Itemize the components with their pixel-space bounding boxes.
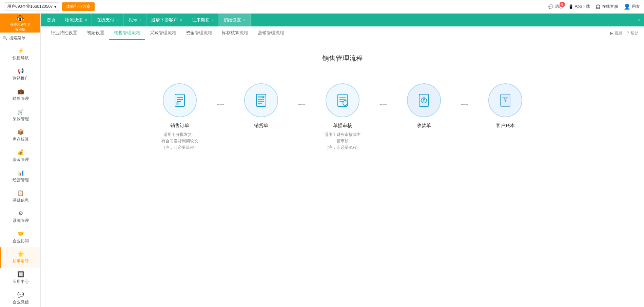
ledger-icon: ¥ — [498, 93, 513, 108]
message-action[interactable]: 💬 消息 6 — [548, 4, 563, 9]
nav-close-all[interactable]: × — [635, 18, 644, 22]
video-icon: ▶ — [610, 31, 613, 36]
sales-order-name: 销售订单 — [170, 123, 189, 129]
flow-arrow-2: --→ — [292, 100, 312, 108]
nav-tab-logistics[interactable]: 物流快递 × — [60, 14, 92, 26]
sub-tabs: 行业特性设置 初始设置 销售管理流程 采购管理流程 资金管理流程 库存核算流程 … — [41, 26, 644, 40]
flow-circle-sales-order — [163, 83, 197, 117]
online-service-action[interactable]: 🎧 在线客服 — [596, 4, 618, 9]
nav-tab-initial-setup[interactable]: 初始设置 × — [219, 14, 250, 26]
tab-close-icon[interactable]: × — [243, 18, 245, 22]
main-layout: 🐯 畅捷通好生意 标准版 🔍 搜索菜单 ⚡ 快捷导航 📢 营销推广 💼 销售管理… — [0, 14, 644, 307]
nav-tab-home[interactable]: 首页 — [42, 14, 60, 26]
receipt-icon: ¥ — [416, 93, 431, 108]
message-badge: 6 — [560, 2, 565, 7]
nav-tab-account[interactable]: 账号 × — [124, 14, 147, 26]
top-header: 用户690企业1660120507 ▾ 体验行业方案 💬 消息 6 📱 App下… — [0, 0, 644, 14]
sidebar-item-operation[interactable]: 📊 经营管理 — [0, 166, 40, 186]
ledger-name: 客户账本 — [496, 123, 515, 129]
tab-label: 往来期初 — [192, 17, 210, 23]
nav-tab-invite[interactable]: 邀请下游客户 × — [147, 14, 187, 26]
sidebar-item-label: 企业协同 — [13, 238, 29, 244]
sidebar-item-label: 经营管理 — [13, 177, 29, 183]
basic-icon: 📋 — [17, 190, 24, 196]
sub-tab-marketing-flow[interactable]: 营销管理流程 — [253, 26, 289, 40]
sub-tab-purchase-flow[interactable]: 采购管理流程 — [145, 26, 181, 40]
nav-tab-period[interactable]: 往来期初 × — [187, 14, 219, 26]
guide-icon: 🌟 — [17, 251, 24, 257]
app-download-action[interactable]: 📱 App下载 — [568, 4, 590, 9]
logo-name: 畅捷通好生意 — [10, 22, 31, 27]
flow-step-sales-invoice: 销货单 — [231, 83, 292, 131]
flow-circle-review — [326, 83, 359, 117]
sidebar-item-finance[interactable]: 💰 资金管理 — [0, 146, 40, 166]
flow-circle-customer-ledger: ¥ — [488, 83, 522, 117]
marketing-icon: 📢 — [17, 68, 24, 74]
sidebar-search[interactable]: 🔍 搜索菜单 — [0, 33, 40, 44]
sidebar-item-system[interactable]: ⚙ 系统管理 — [0, 207, 40, 227]
svg-text:¥: ¥ — [422, 97, 425, 103]
app-icon: 📱 — [568, 4, 573, 9]
help-action[interactable]: ? 帮助 — [627, 30, 639, 36]
tab-label: 初始设置 — [223, 17, 241, 23]
sidebar: 🐯 畅捷通好生意 标准版 🔍 搜索菜单 ⚡ 快捷导航 📢 营销推广 💼 销售管理… — [0, 14, 41, 307]
help-icon: ? — [627, 31, 629, 36]
sub-tab-label: 行业特性设置 — [51, 30, 77, 35]
tab-close-icon[interactable]: × — [180, 18, 182, 22]
app-center-icon: 🔲 — [17, 271, 24, 278]
sidebar-item-sales[interactable]: 💼 销售管理 — [0, 85, 40, 105]
sub-tab-initial[interactable]: 初始设置 — [82, 26, 109, 40]
sidebar-item-purchase[interactable]: 🛒 采购管理 — [0, 105, 40, 125]
sidebar-item-enterprise-collab[interactable]: 🤝 企业协同 — [0, 227, 40, 247]
sidebar-item-basic[interactable]: 📋 基础信息 — [0, 186, 40, 207]
flow-step-receipt: ¥ 收款单 — [393, 83, 454, 131]
sidebar-item-label: 快捷导航 — [13, 55, 29, 61]
sidebar-item-label: 系统管理 — [13, 218, 29, 224]
nav-tabs-bar: 首页 物流快递 × 在线支付 × 账号 × 邀请下游客户 × 往来期初 × — [41, 14, 644, 26]
video-action[interactable]: ▶ 视频 — [610, 30, 623, 36]
user-label: 用户690企业1660120507 — [7, 4, 53, 9]
sidebar-item-label: 销售管理 — [13, 96, 29, 102]
review-name: 单据审核 — [333, 123, 352, 129]
purchase-icon: 🛒 — [17, 108, 24, 115]
sidebar-item-marketing[interactable]: 📢 营销推广 — [0, 64, 40, 85]
quick-nav-icon: ⚡ — [17, 47, 24, 54]
sub-tab-industry[interactable]: 行业特性设置 — [46, 26, 82, 40]
service-icon: 🎧 — [596, 4, 601, 9]
sub-tab-actions: ▶ 视频 ? 帮助 — [610, 30, 639, 36]
tab-close-icon[interactable]: × — [139, 18, 141, 22]
tab-label: 账号 — [129, 17, 137, 23]
help-label: 帮助 — [630, 30, 639, 36]
sidebar-item-app-center[interactable]: 🔲 应用中心 — [0, 268, 40, 288]
tab-close-icon[interactable]: × — [116, 18, 118, 22]
flow-step-sales-order: 销售订单 适用于分批发货、有合同发货周期较长（注：非必要流程） — [149, 83, 210, 151]
sub-tab-finance-flow[interactable]: 资金管理流程 — [181, 26, 217, 40]
header-right: 💬 消息 6 📱 App下载 🎧 在线客服 👤 用友 — [548, 3, 640, 10]
review-desc: 适用于财务审核或主管审核（注：非必要流程） — [324, 131, 361, 151]
sidebar-item-quick-nav[interactable]: ⚡ 快捷导航 — [0, 44, 40, 64]
sub-tab-sales-flow[interactable]: 销售管理流程 — [109, 26, 145, 40]
user-select[interactable]: 用户690企业1660120507 ▾ — [4, 2, 59, 11]
message-icon: 💬 — [548, 4, 553, 9]
tab-label: 在线支付 — [97, 17, 114, 23]
nav-tab-payment[interactable]: 在线支付 × — [92, 14, 123, 26]
sales-order-icon — [172, 93, 187, 108]
svg-rect-4 — [176, 102, 179, 105]
user-menu-action[interactable]: 👤 用友 — [624, 3, 640, 10]
system-icon: ⚙ — [18, 210, 23, 217]
sidebar-item-label: 资金管理 — [13, 157, 29, 163]
search-label: 搜索菜单 — [9, 35, 25, 41]
sidebar-item-inventory[interactable]: 📦 库存核算 — [0, 125, 40, 146]
tab-close-icon[interactable]: × — [85, 18, 87, 22]
header-left: 用户690企业1660120507 ▾ 体验行业方案 — [4, 2, 95, 11]
tab-close-icon[interactable]: × — [212, 18, 214, 22]
flow-circle-sales-invoice — [244, 83, 278, 117]
sidebar-item-enterprise-wechat[interactable]: 💬 企业微信 — [0, 288, 40, 307]
sub-tab-inventory-flow[interactable]: 库存核算流程 — [217, 26, 253, 40]
sidebar-item-new-guide[interactable]: 🌟 新手引导 — [0, 247, 40, 268]
sub-tab-label: 采购管理流程 — [150, 30, 176, 35]
trial-button[interactable]: 体验行业方案 — [62, 2, 95, 11]
sidebar-item-label: 采购管理 — [13, 116, 29, 122]
sub-tab-label: 初始设置 — [87, 30, 104, 35]
arrow-icon: --→ — [298, 100, 305, 108]
